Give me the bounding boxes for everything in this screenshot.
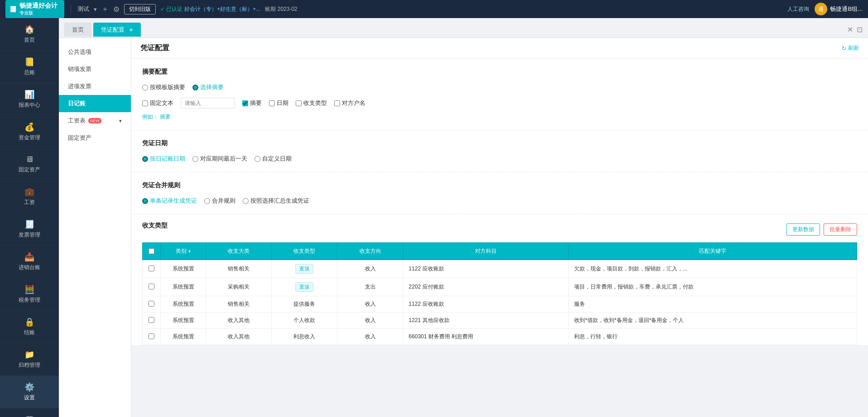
radio-custom-date-input[interactable] <box>254 156 260 162</box>
radio-period-last-input[interactable] <box>192 156 198 162</box>
ledger-icon: 📒 <box>24 57 34 67</box>
refresh-btn[interactable]: ↻ 刷新 <box>842 44 859 52</box>
sidebar-item-report[interactable]: 📊 报表中心 <box>0 83 59 116</box>
checkbox-date-input[interactable] <box>269 100 275 106</box>
dropdown-icon[interactable]: ▾ <box>94 6 97 13</box>
left-nav-item-public[interactable]: 公共选项 <box>59 43 131 61</box>
radio-journal-date[interactable]: 按日记账日期 <box>142 155 185 163</box>
batch-delete-btn[interactable]: 批量删除 <box>824 223 857 236</box>
cell-check-2[interactable] <box>143 296 161 313</box>
radio-merge-rule-input[interactable] <box>204 198 210 204</box>
checkbox-summary[interactable]: 摘要 <box>242 99 262 107</box>
logo: 🧾 畅捷通好会计 专业版 <box>5 0 64 18</box>
sidebar-label-tax: 税务管理 <box>19 296 40 304</box>
left-nav-label-public: 公共选项 <box>68 48 91 56</box>
cell-check-4[interactable] <box>143 329 161 345</box>
sidebar-item-fund[interactable]: 💰 资金管理 <box>0 116 59 148</box>
checkbox-summary-input[interactable] <box>242 100 248 106</box>
th-keywords: 匹配关键字 <box>569 243 857 260</box>
row-checkbox-4[interactable] <box>149 333 154 339</box>
settings-icon[interactable]: ⚙ <box>113 5 120 14</box>
checkbox-counterpart[interactable]: 对方户名 <box>334 99 365 107</box>
row-checkbox-1[interactable] <box>149 284 154 289</box>
sidebar-label-archive: 归档管理 <box>19 361 40 369</box>
checkbox-date[interactable]: 日期 <box>269 99 288 107</box>
sidebar-label-salary: 工资 <box>24 199 35 206</box>
tax-icon: 🧮 <box>24 284 34 294</box>
user-menu[interactable]: 通 畅捷通B组... <box>815 3 863 15</box>
cell-subject-4: 660301 财务费用 利息费用 <box>403 329 569 345</box>
radio-select-total-input[interactable] <box>243 198 249 204</box>
consult-btn[interactable]: 人工咨询 <box>787 5 809 13</box>
sidebar-item-close[interactable]: 🔒 结账 <box>0 311 59 343</box>
left-nav-item-fixed-assets[interactable]: 固定资产 <box>59 129 131 147</box>
radio-custom-date[interactable]: 自定义日期 <box>254 155 292 163</box>
checkbox-type-input[interactable] <box>296 100 302 106</box>
left-nav-label-purchase-invoice: 进项发票 <box>68 82 91 90</box>
sidebar-label-settings: 设置 <box>24 394 35 402</box>
select-all-checkbox[interactable] <box>149 248 154 254</box>
sidebar-label-home: 首页 <box>24 36 35 44</box>
row-checkbox-0[interactable] <box>149 265 154 271</box>
page-container: 公共选项 销项发票 进项发票 日记账 工资表 NEW ▾ 固定资产 <box>59 38 868 417</box>
sidebar-item-ledger[interactable]: 📒 总账 <box>0 51 59 83</box>
table-header-row: 收支类型 更新数据 批量删除 <box>142 222 857 237</box>
checkbox-type[interactable]: 收支类型 <box>296 99 327 107</box>
update-data-btn[interactable]: 更新数据 <box>786 223 820 236</box>
checkbox-counterpart-input[interactable] <box>334 100 340 106</box>
cell-subject-1: 2202 应付账款 <box>403 278 569 296</box>
tab-window-close-icon[interactable]: ✕ <box>847 25 853 34</box>
type-tag-1[interactable]: 置顶 <box>295 282 313 292</box>
cell-keywords-3: 收到*借款，收到*备用金，退回*备用金，个人 <box>569 313 857 329</box>
sidebar-item-settings[interactable]: ⚙️ 设置 <box>0 376 59 408</box>
category-sort-icon[interactable]: ▾ <box>188 249 191 254</box>
cell-major-0: 销售相关 <box>206 260 272 278</box>
summary-radio-template[interactable]: 按模板版摘要 <box>142 83 185 91</box>
test-label: 测试 <box>77 5 89 13</box>
left-nav-item-sales-invoice[interactable]: 销项发票 <box>59 61 131 78</box>
row-checkbox-2[interactable] <box>149 301 154 307</box>
tab-home[interactable]: 首页 <box>64 23 91 37</box>
sidebar-item-guide[interactable]: 📖 新手引导 <box>0 408 59 417</box>
left-nav-item-purchase-invoice[interactable]: 进项发票 <box>59 78 131 95</box>
sidebar-label-invoice-mgmt: 发票管理 <box>19 231 40 239</box>
cell-check-0[interactable] <box>143 260 161 278</box>
sidebar-item-invoice-mgmt[interactable]: 🧾 发票管理 <box>0 213 59 246</box>
summary-radio-select-input[interactable] <box>192 85 198 90</box>
summary-radio-select[interactable]: 选择摘要 <box>192 83 224 91</box>
radio-single-input[interactable] <box>142 198 148 204</box>
sidebar-item-salary[interactable]: 💼 工资 <box>0 180 59 213</box>
cell-check-3[interactable] <box>143 313 161 329</box>
sidebar-item-purchase[interactable]: 📥 进销台账 <box>0 246 59 278</box>
expand-icon[interactable]: ▾ <box>119 118 122 124</box>
fixed-text-input[interactable] <box>181 98 235 109</box>
radio-single[interactable]: 单条记录生成凭证 <box>142 197 197 205</box>
left-nav-item-journal[interactable]: 日记账 <box>59 95 131 112</box>
summary-radio-template-input[interactable] <box>142 85 148 90</box>
radio-period-last[interactable]: 对应期间最后一天 <box>192 155 247 163</box>
radio-journal-date-input[interactable] <box>142 156 148 162</box>
type-tag-0[interactable]: 置顶 <box>295 264 313 274</box>
cell-check-1[interactable] <box>143 278 161 296</box>
tab-maximize-icon[interactable]: ⊡ <box>857 25 863 34</box>
radio-journal-date-label: 按日记账日期 <box>150 155 185 163</box>
tab-voucher-config[interactable]: 凭证配置 ✕ <box>93 23 141 37</box>
left-nav-item-payroll[interactable]: 工资表 NEW ▾ <box>59 112 131 129</box>
sidebar-item-asset[interactable]: 🖥 固定资产 <box>0 148 59 180</box>
add-icon[interactable]: ＋ <box>101 5 109 14</box>
checkbox-fixed-text[interactable]: 固定文本 <box>142 99 173 107</box>
radio-select-total[interactable]: 按照选择汇总生成凭证 <box>243 197 309 205</box>
asset-icon: 🖥 <box>25 155 34 164</box>
page-header: 凭证配置 ↻ 刷新 <box>131 38 868 59</box>
tab-close-icon[interactable]: ✕ <box>129 27 133 33</box>
cell-direction-4: 收入 <box>337 329 403 345</box>
sidebar-item-archive[interactable]: 📁 归档管理 <box>0 343 59 376</box>
checkbox-fixed-text-input[interactable] <box>142 100 148 106</box>
switch-old-btn[interactable]: 切到旧版 <box>124 4 156 14</box>
sidebar-item-home[interactable]: 🏠 首页 <box>0 18 59 51</box>
sidebar-item-tax[interactable]: 🧮 税务管理 <box>0 278 59 311</box>
row-checkbox-3[interactable] <box>149 317 154 323</box>
checkbox-counterpart-label: 对方户名 <box>342 99 365 107</box>
table-row: 系统预置 销售相关 提供服务 收入 1122 应收账款 服务 <box>143 296 857 313</box>
radio-merge-rule[interactable]: 合并规则 <box>204 197 235 205</box>
